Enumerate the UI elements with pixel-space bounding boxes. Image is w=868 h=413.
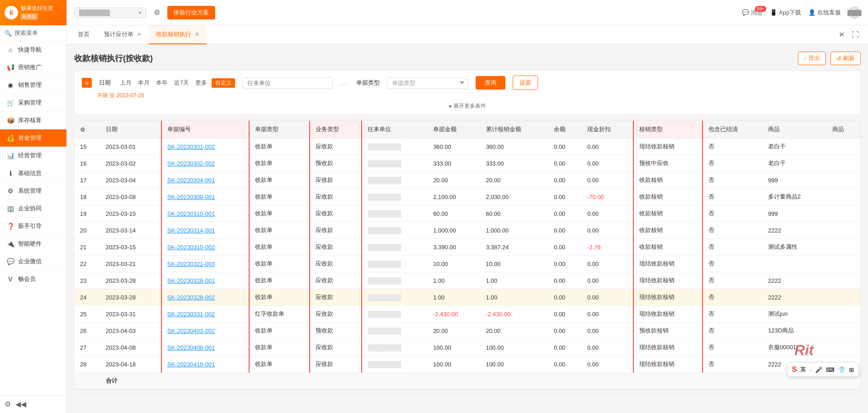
filter-toggle-btn[interactable]: »	[82, 78, 92, 88]
table-row[interactable]: 21 2023-03-15 SK-20230315-002 收款单 应收款 ██…	[75, 239, 860, 256]
voucher-no-link[interactable]: SK-20230403-002	[167, 328, 215, 334]
voucher-no-link[interactable]: SK-20230328-002	[167, 294, 215, 301]
table-row[interactable]: 15 2023-03-01 SK-20230301-002 收款单 应收款 ██…	[75, 138, 860, 155]
col-header-date: 日期	[100, 121, 161, 138]
cell-counterpart: ████████	[362, 339, 428, 356]
tab-maximize-btn[interactable]: ⛶	[850, 29, 861, 41]
sidebar-item-enterprise[interactable]: 🏢 企业协同	[0, 200, 66, 218]
sidebar-item-hardware[interactable]: 🔌 智能硬件	[0, 235, 66, 253]
voucher-no-link[interactable]: SK-20230301-002	[167, 143, 215, 150]
cell-verify-type: 收款核销	[633, 172, 703, 189]
input-overlay-bar: S 英 · 🎤 ⌨ 👕 ⊞	[787, 362, 859, 377]
export-btn[interactable]: ↑ 导出	[798, 52, 826, 65]
tab-home[interactable]: 首页	[71, 25, 97, 44]
sidebar-item-quick-nav[interactable]: ⌂ 快捷导航	[0, 41, 66, 59]
voucher-no-link[interactable]: SK-20230418-001	[167, 361, 215, 368]
table-row[interactable]: 17 2023-03-04 SK-20230304-001 收款单 应收款 ██…	[75, 172, 860, 189]
sidebar-item-wechat[interactable]: 💬 企业微信	[0, 253, 66, 271]
sidebar-item-label: 库存核算	[18, 116, 42, 124]
sidebar-item-inventory[interactable]: 📦 库存核算	[0, 112, 66, 129]
collapse-icon[interactable]: ◀◀	[15, 400, 26, 408]
tab-prepay[interactable]: 预计应付单 ✕	[97, 25, 149, 44]
industry-btn[interactable]: 体验行业方案	[167, 6, 215, 19]
expand-more-btn[interactable]: ▾ 展开更多条件	[82, 100, 853, 110]
table-row[interactable]: 22 2023-03-21 SK-20230321-003 收款单 应收款 ██…	[75, 256, 860, 272]
voucher-no-link[interactable]: SK-20230302-002	[167, 160, 215, 167]
sidebar-item-operations[interactable]: 📊 经营管理	[0, 147, 66, 165]
sidebar-item-sales[interactable]: ◉ 销售管理	[0, 76, 66, 94]
sidebar-item-basic-info[interactable]: ℹ 基础信息	[0, 165, 66, 182]
voucher-no-link[interactable]: SK-20230314-001	[167, 227, 215, 234]
cell-voucher-type: 收款单	[249, 272, 310, 289]
filter-date-this-month[interactable]: 本月	[136, 78, 151, 88]
voucher-type-select[interactable]: 单据类型	[387, 77, 468, 89]
table-row[interactable]: 28 2023-04-18 SK-20230418-001 收款单 应收款 ██…	[75, 356, 860, 373]
footer-label: 合计	[100, 373, 860, 389]
col-header-biz-type: 业务类型	[310, 121, 362, 138]
settings-gear-icon[interactable]: ⚙	[5, 400, 11, 408]
filter-date-last-month[interactable]: 上月	[118, 78, 133, 88]
table-row[interactable]: 25 2023-03-31 SK-20230331-002 红字收款单 应收款 …	[75, 306, 860, 323]
table-row[interactable]: 20 2023-03-14 SK-20230314-001 收款单 应收款 ██…	[75, 222, 860, 239]
cell-cash-discount: 0.00	[582, 306, 633, 323]
voucher-no-link[interactable]: SK-20230308-001	[167, 194, 215, 200]
table-row[interactable]: 23 2023-03-28 SK-20230328-001 收款单 应收款 ██…	[75, 272, 860, 289]
voucher-no-link[interactable]: SK-20230328-001	[167, 277, 215, 284]
filter-custom-btn[interactable]: 自定义	[212, 78, 235, 88]
filter-date-more[interactable]: 更多	[193, 78, 209, 88]
cell-cumulative: 100.00	[481, 339, 549, 356]
tab-close-prepay[interactable]: ✕	[137, 31, 142, 38]
input-keyboard-icon[interactable]: ⌨	[826, 366, 835, 373]
sidebar-item-marketing[interactable]: 📢 营销推广	[0, 59, 66, 76]
voucher-no-link[interactable]: SK-20230331-002	[167, 311, 215, 318]
tab-close-all-btn[interactable]: ✕	[837, 28, 846, 41]
voucher-no-link[interactable]: SK-20230321-003	[167, 261, 215, 267]
cell-cumulative: 10.00	[481, 256, 549, 272]
workspace-selector[interactable]: ████████ ▾	[74, 7, 146, 18]
input-emoji-icon[interactable]: 👕	[838, 366, 845, 373]
cell-counterpart: ████████	[362, 356, 428, 373]
filter-date-7days[interactable]: 近7天	[172, 78, 191, 88]
table-row[interactable]: 16 2023-03-02 SK-20230302-002 收款单 预收款 ██…	[75, 155, 860, 172]
table-row[interactable]: 24 2023-03-28 SK-20230328-002 收款单 应收款 ██…	[75, 289, 860, 306]
table-row[interactable]: 18 2023-03-08 SK-20230308-001 收款单 应收款 ██…	[75, 189, 860, 205]
user-avatar[interactable]: ████	[848, 6, 861, 19]
voucher-no-link[interactable]: SK-20230310-001	[167, 210, 215, 217]
table-gear-icon[interactable]: ⚙	[80, 126, 85, 133]
online-service-btn[interactable]: 👤 在线客服	[808, 9, 841, 17]
col-header-gear[interactable]: ⚙	[75, 121, 100, 138]
messages-btn[interactable]: 💬 消息 99+	[742, 9, 763, 17]
cell-voucher-type: 收款单	[249, 239, 310, 256]
input-lang-icon[interactable]: 英	[800, 366, 806, 374]
refresh-btn[interactable]: ↺ 刷新	[830, 52, 861, 65]
cell-goods2	[827, 172, 860, 189]
sidebar-item-system[interactable]: ⚙ 系统管理	[0, 182, 66, 200]
table-scrollbar[interactable]	[75, 389, 860, 393]
cell-biz-type: 应收款	[310, 306, 362, 323]
sidebar-search[interactable]: 🔍 搜索菜单	[0, 25, 66, 41]
sidebar-item-guide[interactable]: ❓ 新手引导	[0, 218, 66, 235]
table-row[interactable]: 19 2023-03-10 SK-20230310-001 收款单 应收款 ██…	[75, 205, 860, 222]
input-mic-icon[interactable]: 🎤	[815, 366, 822, 373]
filter-date-this-year[interactable]: 本年	[154, 78, 170, 88]
cell-voucher-type: 收款单	[249, 138, 310, 155]
filter-settings-btn[interactable]: 设置	[513, 76, 538, 90]
app-download-btn[interactable]: 📱 App下载	[770, 9, 801, 17]
data-table: ⚙ 日期 单据编号 单据类型 业务类型 往来单位 单据金额	[75, 121, 860, 389]
voucher-no-link[interactable]: SK-20230408-001	[167, 344, 215, 351]
phone-icon: 📱	[770, 9, 777, 16]
tab-close-receipt-verify[interactable]: ✕	[195, 31, 199, 38]
voucher-no-link[interactable]: SK-20230315-002	[167, 244, 215, 251]
table-row[interactable]: 26 2023-04-03 SK-20230403-002 收款单 预收款 ██…	[75, 323, 860, 339]
input-grid-icon[interactable]: ⊞	[849, 366, 854, 373]
cell-goods: 2222	[763, 272, 827, 289]
sidebar-item-finance[interactable]: 💰 资金管理	[0, 129, 66, 147]
sidebar-item-purchase[interactable]: 🛒 采购管理	[0, 94, 66, 112]
voucher-no-link[interactable]: SK-20230304-001	[167, 177, 215, 184]
sidebar-item-member[interactable]: V 畅会员	[0, 271, 66, 288]
table-row[interactable]: 27 2023-04-08 SK-20230408-001 收款单 应收款 ██…	[75, 339, 860, 356]
tab-receipt-verify[interactable]: 收款核销执行 ✕	[149, 25, 207, 44]
query-btn[interactable]: 查询	[476, 76, 505, 90]
counterpart-input[interactable]	[242, 77, 333, 89]
gear-icon[interactable]: ⚙	[152, 6, 162, 19]
